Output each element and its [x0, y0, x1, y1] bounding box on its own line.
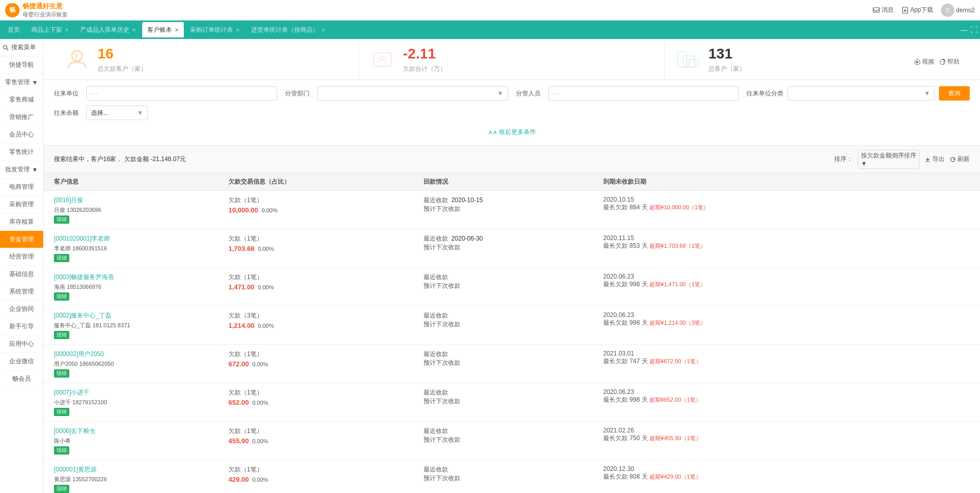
refresh-btn[interactable]: 刷新: [950, 155, 970, 164]
sidebar-item-enterprise[interactable]: 企业协同: [0, 301, 43, 318]
filter-unit-category: 往来单位分类 ▼ 查询: [746, 86, 970, 101]
total-customers-label: 总客户（家）: [708, 65, 745, 73]
customer-code-4[interactable]: [000002]用户2050: [54, 350, 228, 359]
debt-amount-2[interactable]: 1,471.00: [228, 283, 255, 291]
tab-close-product-offshelf[interactable]: ✕: [65, 27, 69, 33]
tab-product-offshelf[interactable]: 商品上下架 ✕: [26, 22, 74, 37]
source-unit-input[interactable]: ···: [86, 86, 277, 101]
sidebar-item-retail-stats[interactable]: 零售统计: [0, 144, 43, 161]
overdue-link-0[interactable]: 超期¥10,000.00（1笔）: [649, 204, 709, 210]
customer-code-0[interactable]: [0016]吕俊: [54, 196, 228, 205]
tab-home[interactable]: 首页: [3, 22, 25, 37]
message-btn[interactable]: 消息: [873, 6, 894, 14]
sidebar-item-wechat[interactable]: 企业微信: [0, 353, 43, 370]
total-customers-icon: [675, 47, 701, 72]
col-due-date: 到期未收款日期: [603, 178, 970, 186]
debt-amount-1[interactable]: 1,703.68: [228, 245, 255, 252]
person-input[interactable]: ···: [548, 86, 739, 101]
sidebar-item-finance[interactable]: 资金管理: [0, 231, 43, 248]
sidebar-item-batch-mgmt[interactable]: 批发管理 ▼: [0, 161, 43, 179]
customer-code-3[interactable]: [0002]服务中心_丁磊: [54, 311, 228, 320]
table-row: [000001]黄思源 黄思源 13552700226 现销 欠款（1笔） 42…: [44, 460, 980, 493]
stat-debt-amount: -2.11 欠款合计（万）: [359, 39, 665, 80]
debt-info-cell-2: 欠款（1笔） 1,471.00 0.00%: [228, 273, 424, 291]
sidebar-item-purchase[interactable]: 采购管理: [0, 196, 43, 213]
search-button[interactable]: 查询: [939, 86, 970, 101]
overdue-link-4[interactable]: 超期¥672.00（1笔）: [649, 358, 701, 364]
debt-amount-4[interactable]: 672.00: [228, 360, 249, 368]
stat-top-right: 视频 ? 帮助: [914, 52, 959, 66]
customer-code-6[interactable]: [0006]去下粮仓: [54, 427, 228, 436]
debt-amount-3[interactable]: 1,214.00: [228, 322, 255, 329]
customer-code-5[interactable]: [0007]小进千: [54, 388, 228, 397]
sidebar-item-member-center[interactable]: 会员中心: [0, 126, 43, 144]
chevron-down-icon3: ▼: [497, 90, 504, 97]
tab-purchase-stats[interactable]: 进货单统计表（按商品） ✕: [246, 22, 331, 37]
video-help-btn[interactable]: 视频: [914, 57, 934, 66]
table-row: [0002]服务中心_丁磊 服务中心_丁磊 181 0125 8371 现销 欠…: [44, 306, 980, 345]
collapse-button[interactable]: ∧∧ 收起更多条件: [54, 125, 970, 139]
sidebar-search-btn[interactable]: 搜索菜单: [0, 39, 43, 56]
sort-select[interactable]: 按欠款金额倒序排序 ▼: [858, 150, 919, 169]
customer-code-2[interactable]: [0003]畅捷服务尹海燕: [54, 273, 228, 282]
svg-marker-12: [916, 61, 919, 63]
unit-category-label: 往来单位分类: [746, 89, 783, 98]
user-menu[interactable]: D demo2: [941, 4, 975, 17]
tab-purchase-order[interactable]: 采购订单统计表 ✕: [185, 22, 245, 37]
overdue-link-6[interactable]: 超期¥455.90（1笔）: [649, 435, 701, 441]
debt-customers-icon: ¥: [64, 47, 90, 72]
overdue-link-1[interactable]: 超期¥1,703.68（1笔）: [649, 243, 706, 249]
unit-category-input[interactable]: ▼: [787, 86, 935, 101]
overdue-link-3[interactable]: 超期¥1,214.00（3笔）: [649, 320, 706, 326]
sidebar-item-ecommerce[interactable]: 电商管理: [0, 179, 43, 196]
overdue-link-5[interactable]: 超期¥652.00（1笔）: [649, 397, 701, 403]
due-cell-5: 2020.06.23 最长欠款 998 天 超期¥652.00（1笔）: [603, 388, 970, 404]
sidebar-item-marketing[interactable]: 营销推广: [0, 109, 43, 126]
app-download-btn[interactable]: App下载: [901, 6, 933, 14]
due-cell-6: 2021.02.26 最长欠款 750 天 超期¥455.90（1笔）: [603, 427, 970, 443]
sidebar-item-retail-mgmt[interactable]: 零售管理 ▼: [0, 74, 43, 91]
customer-phone-7: 黄思源 13552700226: [54, 476, 228, 483]
customer-code-1[interactable]: [0001020001]李老师: [54, 234, 228, 243]
recovery-cell-4: 最近收款 预计下次收款: [424, 350, 603, 367]
table-container: 客户信息 欠款交易信息（占比） 回款情况 到期未收款日期 [0016]吕俊 吕俊…: [44, 173, 980, 493]
due-cell-0: 2020.10.15 最长欠款 884 天 超期¥10,000.00（1笔）: [603, 196, 970, 212]
dept-input[interactable]: ▼: [317, 86, 508, 101]
sidebar-quick-nav[interactable]: 快捷导航: [0, 56, 43, 74]
sidebar-item-retail-mall[interactable]: 零售商城: [0, 91, 43, 109]
debt-amount-7[interactable]: 429.00: [228, 476, 249, 483]
sidebar-item-ops-mgmt[interactable]: 经营管理: [0, 248, 43, 266]
sidebar-item-system[interactable]: 系统管理: [0, 283, 43, 301]
tab-close-purchase-order[interactable]: ✕: [236, 27, 240, 33]
logo-area: 畅 畅捷通好生意 母婴行业演示账套: [5, 2, 68, 18]
tab-product-history[interactable]: 产成品入库单历史 ✕: [75, 22, 141, 37]
filter-row-2: 往来余额 选择... ▼: [54, 106, 970, 120]
tab-customer-account[interactable]: 客户账本 ✕: [142, 22, 184, 37]
balance-input[interactable]: 选择... ▼: [86, 106, 148, 120]
col-recovery: 回款情况: [424, 178, 603, 186]
chevron-down-icon4: ▼: [924, 90, 930, 97]
tab-maximize-btn[interactable]: ⛶: [970, 26, 977, 34]
help-btn[interactable]: ? 帮助: [939, 57, 959, 66]
customer-tag-3: 现销: [54, 331, 69, 339]
export-btn[interactable]: 导出: [925, 155, 945, 164]
tab-close-product-history[interactable]: ✕: [132, 27, 136, 33]
sidebar-item-basic-info[interactable]: 基础信息: [0, 266, 43, 283]
tab-minimize-btn[interactable]: —: [960, 26, 968, 34]
overdue-link-7[interactable]: 超期¥429.00（1笔）: [649, 474, 701, 480]
customer-code-7[interactable]: [000001]黄思源: [54, 465, 228, 474]
debt-amount-5[interactable]: 652.00: [228, 399, 249, 406]
sidebar-item-newbie[interactable]: 新手引导: [0, 318, 43, 336]
chevron-down-icon6: ▼: [861, 160, 916, 167]
debt-amount-0[interactable]: 10,000.00: [228, 206, 258, 214]
tab-close-purchase-stats[interactable]: ✕: [321, 27, 325, 33]
tab-close-customer-account[interactable]: ✕: [175, 27, 179, 33]
top-header: 畅 畅捷通好生意 母婴行业演示账套 消息 App下载 D demo2: [0, 0, 980, 21]
debt-amount-6[interactable]: 455.90: [228, 437, 249, 445]
sidebar-item-inventory[interactable]: 库存核算: [0, 213, 43, 231]
sidebar: 搜索菜单 快捷导航 零售管理 ▼ 零售商城 营销推广 会员中心 零售统计 批发管…: [0, 39, 44, 493]
sidebar-item-app-center[interactable]: 应用中心: [0, 336, 43, 353]
svg-rect-10: [689, 60, 698, 67]
overdue-link-2[interactable]: 超期¥1,471.00（1笔）: [649, 281, 706, 287]
sidebar-item-member-vip[interactable]: 畅会员: [0, 370, 43, 388]
